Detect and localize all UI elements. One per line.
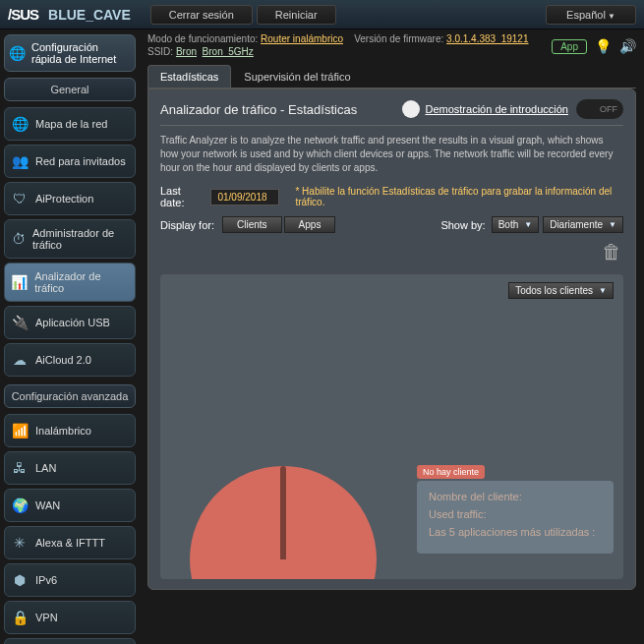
pie-chart <box>190 466 377 579</box>
top5-apps-label: Las 5 aplicaciones más utilizadas : <box>429 526 602 538</box>
show-by-label: Show by: <box>440 219 485 231</box>
app-button[interactable]: App <box>552 39 587 54</box>
warning-text: * Habilite la función Estadísticas de tr… <box>295 186 623 207</box>
client-info-box: No hay cliente Nombre del cliente: Used … <box>417 481 614 554</box>
sidebar-item-wireless[interactable]: 📶Inalámbrico <box>4 414 136 447</box>
main-content: Modo de funcionamiento: Router inalámbri… <box>140 29 644 644</box>
trash-icon[interactable]: 🗑 <box>602 241 623 266</box>
cloud-icon: ☁ <box>10 351 29 369</box>
globe-icon: 🌐 <box>10 115 29 133</box>
ssid-2-link[interactable]: Bron_5GHz <box>203 46 254 57</box>
wifi-icon: 📶 <box>10 422 29 439</box>
sidebar-item-firewall[interactable]: 🔥Firewall <box>4 638 136 644</box>
client-name-label: Nombre del cliente: <box>429 491 602 502</box>
pie-slice <box>280 466 286 559</box>
nav-label: Aplicación USB <box>35 317 110 328</box>
nav-label: Administrador de tráfico <box>32 227 130 251</box>
quick-setup-button[interactable]: 🌐 Configuración rápida de Internet <box>4 34 136 72</box>
nav-label: VPN <box>35 612 58 623</box>
vpn-icon: 🔒 <box>10 609 29 626</box>
sidebar-item-usb-app[interactable]: 🔌Aplicación USB <box>4 306 136 339</box>
demo-link[interactable]: Demostración de introducción <box>402 100 568 118</box>
used-traffic-label: Used traffic: <box>429 508 602 520</box>
feature-toggle[interactable]: OFF <box>576 99 623 119</box>
top-bar: /SUS BLUE_CAVE Cerrar sesión Reiniciar E… <box>0 0 644 29</box>
display-for-label: Display for: <box>160 219 214 231</box>
alexa-icon: ✳ <box>10 534 29 552</box>
language-select[interactable]: Español <box>546 5 636 25</box>
ipv6-icon: ⬢ <box>10 571 29 589</box>
sidebar-item-ipv6[interactable]: ⬢IPv6 <box>4 563 136 597</box>
description-text: Traffic Analyzer is to analyze the netwo… <box>160 134 623 175</box>
sidebar-item-lan[interactable]: 🖧LAN <box>4 451 136 485</box>
globe-icon: 🌐 <box>9 44 26 62</box>
nav-label: WAN <box>35 499 60 511</box>
advanced-header: Configuración avanzada <box>4 384 136 408</box>
brand-logo: /SUS <box>8 6 38 23</box>
volume-icon[interactable]: 🔊 <box>619 38 636 54</box>
last-date-label: Last date: <box>160 185 205 208</box>
sidebar-item-alexa[interactable]: ✳Alexa & IFTTT <box>4 526 136 559</box>
sidebar: 🌐 Configuración rápida de Internet Gener… <box>0 29 140 644</box>
wan-icon: 🌍 <box>10 497 29 514</box>
sidebar-item-wan[interactable]: 🌍WAN <box>4 489 136 522</box>
lan-icon: 🖧 <box>10 459 29 477</box>
nav-label: Red para invitados <box>35 155 126 167</box>
sidebar-item-vpn[interactable]: 🔒VPN <box>4 601 136 634</box>
fw-version-link[interactable]: 3.0.1.4.383_19121 <box>446 33 528 44</box>
sidebar-item-traffic-manager[interactable]: ⏱Administrador de tráfico <box>4 219 136 259</box>
usb-icon: 🔌 <box>10 314 29 331</box>
sidebar-item-aiprotection[interactable]: 🛡AiProtection <box>4 182 136 215</box>
led-icon[interactable]: 💡 <box>595 38 612 54</box>
chart-area: Todos los clientes No hay cliente Nombre… <box>160 274 623 579</box>
nav-label: AiProtection <box>35 193 93 205</box>
clients-button[interactable]: Clients <box>222 216 282 233</box>
sidebar-item-network-map[interactable]: 🌐Mapa de la red <box>4 107 136 141</box>
nav-label: Analizador de tráfico <box>34 270 130 294</box>
stats-panel: Analizador de tráfico - Estadísticas Dem… <box>147 88 636 590</box>
quick-setup-label: Configuración rápida de Internet <box>31 41 131 65</box>
people-icon: 👥 <box>10 152 29 170</box>
nav-label: LAN <box>35 462 56 474</box>
model-name: BLUE_CAVE <box>48 7 131 23</box>
period-select[interactable]: Diariamente <box>543 216 623 233</box>
client-filter-select[interactable]: Todos los clientes <box>508 282 614 299</box>
nav-label: Inalámbrico <box>35 425 91 437</box>
sidebar-item-guest-network[interactable]: 👥Red para invitados <box>4 145 136 178</box>
ssid-label: SSID: <box>147 46 173 57</box>
tabs: Estadísticas Supervisión del tráfico <box>147 65 636 88</box>
sidebar-item-traffic-analyzer[interactable]: 📊Analizador de tráfico <box>4 263 136 302</box>
nav-label: AiCloud 2.0 <box>35 354 91 366</box>
mode-value-link[interactable]: Router inalámbrico <box>261 33 343 44</box>
mode-line: Modo de funcionamiento: Router inalámbri… <box>147 33 529 44</box>
nav-label: Alexa & IFTTT <box>35 537 105 549</box>
apps-button[interactable]: Apps <box>284 216 336 233</box>
ssid-line: SSID: Bron Bron_5GHz <box>147 46 529 57</box>
gauge-icon: ⏱ <box>10 230 27 248</box>
panel-title: Analizador de tráfico - Estadísticas <box>160 102 357 117</box>
chart-icon: 📊 <box>10 273 29 291</box>
mode-label: Modo de funcionamiento: <box>147 33 258 44</box>
nav-label: IPv6 <box>35 574 57 586</box>
tab-statistics[interactable]: Estadísticas <box>147 65 231 88</box>
shield-icon: 🛡 <box>10 190 29 207</box>
general-header: General <box>4 78 136 101</box>
show-by-select[interactable]: Both <box>492 216 540 233</box>
no-client-badge: No hay cliente <box>417 465 485 479</box>
sidebar-item-aicloud[interactable]: ☁AiCloud 2.0 <box>4 343 136 377</box>
fw-label: Versión de firmware: <box>354 33 443 44</box>
last-date-input[interactable] <box>210 189 279 205</box>
reboot-button[interactable]: Reiniciar <box>257 5 336 25</box>
logout-button[interactable]: Cerrar sesión <box>150 5 253 25</box>
nav-label: Mapa de la red <box>35 118 107 130</box>
tab-traffic-monitor[interactable]: Supervisión del tráfico <box>231 65 363 88</box>
ssid-1-link[interactable]: Bron <box>176 46 197 57</box>
